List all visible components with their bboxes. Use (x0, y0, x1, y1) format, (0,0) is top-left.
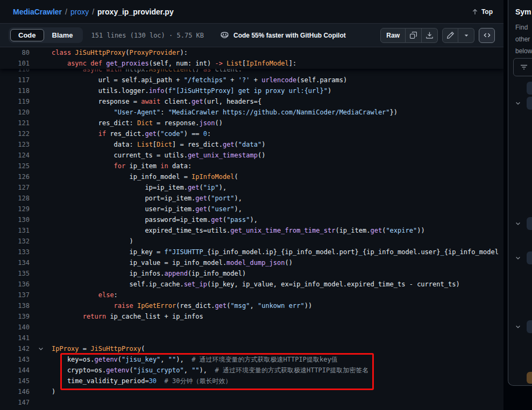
line-number[interactable]: 122 (0, 128, 30, 139)
download-button[interactable] (422, 28, 438, 43)
line-number[interactable]: 117 (0, 75, 30, 85)
gutter-spacer (30, 214, 52, 225)
chevron-down-icon[interactable] (515, 255, 521, 261)
chevron-down-icon[interactable] (515, 220, 521, 227)
line-number[interactable]: 139 (0, 311, 30, 322)
chevron-down-icon[interactable] (515, 323, 521, 330)
line-number[interactable]: 121 (0, 118, 30, 128)
breadcrumb-folder-link[interactable]: proxy (70, 8, 89, 16)
line-number[interactable]: 147 (0, 397, 30, 408)
code-text: expired_time_ts=utils.get_unix_time_from… (52, 225, 425, 236)
code-blame-toggle: Code Blame (9, 27, 83, 43)
code-line: 80class JiSuHttpProxy(ProxyProvider): (0, 47, 503, 58)
download-icon (425, 31, 434, 39)
code-text: if res_dict.get("code") == 0: (52, 128, 211, 139)
line-number[interactable]: 80 (0, 47, 30, 58)
code-text: ip_info_model = IpInfoModel( (52, 171, 238, 182)
line-number[interactable]: 129 (0, 204, 30, 214)
line-number[interactable]: 135 (0, 268, 30, 279)
line-number[interactable]: 137 (0, 290, 30, 300)
code-line: 139 return ip_cache_list + ip_infos (0, 311, 503, 322)
symbol-item[interactable] (527, 251, 532, 264)
line-number[interactable]: 136 (0, 279, 30, 290)
line-number[interactable]: 118 (0, 85, 30, 96)
code-text: else: (52, 290, 118, 300)
code-line: 132 ) (0, 236, 503, 247)
gutter-spacer (30, 354, 52, 365)
symbol-item[interactable] (527, 372, 532, 384)
gutter-spacer (30, 118, 52, 128)
code-line: 121 res_dict: Dict = response.json() (0, 118, 503, 128)
code-line: 134 ip_value = ip_info_model.model_dump_… (0, 257, 503, 268)
line-number[interactable]: 128 (0, 193, 30, 204)
gutter-spacer (30, 333, 52, 343)
edit-button[interactable] (442, 28, 458, 43)
code-viewer: 116 async with httpx.AsyncClient() as cl… (0, 47, 503, 410)
code-text: IpProxy = JiSuHttpProxy( (52, 343, 145, 354)
line-number[interactable]: 133 (0, 247, 30, 257)
line-number[interactable]: 134 (0, 257, 30, 268)
gutter-spacer (30, 311, 52, 322)
line-number[interactable]: 127 (0, 182, 30, 193)
symbol-item[interactable] (527, 320, 532, 333)
code-text: ) (52, 386, 55, 397)
symbol-item[interactable] (527, 217, 532, 230)
line-number[interactable]: 143 (0, 354, 30, 365)
gutter-spacer (30, 300, 52, 311)
line-number[interactable]: 101 (0, 58, 30, 69)
code-line: 127 ip=ip_item.get("ip"), (0, 182, 503, 193)
line-number[interactable]: 138 (0, 300, 30, 311)
toolbar-actions: Raw (380, 28, 495, 43)
line-number[interactable]: 125 (0, 161, 30, 171)
line-number[interactable]: 120 (0, 107, 30, 118)
collapse-chevron-icon[interactable] (30, 343, 52, 354)
code-text: res_dict: Dict = response.json() (52, 118, 223, 128)
gutter-spacer (30, 268, 52, 279)
copy-button[interactable] (406, 28, 422, 43)
top-label: Top (481, 8, 493, 16)
line-number[interactable]: 141 (0, 333, 30, 343)
tab-blame[interactable]: Blame (44, 29, 81, 41)
github-code-view: MediaCrawler / proxy / proxy_ip_provider… (0, 0, 532, 410)
gutter-spacer (30, 204, 52, 214)
gutter-spacer (30, 150, 52, 161)
symbol-item[interactable] (527, 97, 532, 110)
line-number[interactable]: 142 (0, 343, 30, 354)
line-number[interactable]: 119 (0, 96, 30, 107)
breadcrumb-repo-link[interactable]: MediaCrawler (13, 8, 62, 16)
line-number[interactable]: 145 (0, 376, 30, 386)
line-number[interactable]: 132 (0, 236, 30, 247)
code-text: current_ts = utils.get_unix_timestamp() (52, 150, 265, 161)
line-number[interactable]: 124 (0, 150, 30, 161)
code-line: 101 async def get_proxies(self, num: int… (0, 58, 503, 69)
gutter-spacer (30, 397, 52, 408)
line-number[interactable]: 144 (0, 365, 30, 376)
back-to-top-button[interactable]: Top (471, 8, 493, 16)
code-line: 129 user=ip_item.get("user"), (0, 204, 503, 214)
symbol-item[interactable] (527, 82, 532, 95)
tab-code[interactable]: Code (10, 29, 44, 41)
edit-dropdown-button[interactable] (458, 28, 474, 43)
line-number[interactable]: 130 (0, 214, 30, 225)
gutter-spacer (30, 139, 52, 150)
gutter-spacer (30, 85, 52, 96)
line-number[interactable]: 126 (0, 171, 30, 182)
raw-button[interactable]: Raw (380, 28, 406, 43)
gutter-spacer (30, 75, 52, 85)
line-number[interactable]: 123 (0, 139, 30, 150)
code-text: ip_value = ip_info_model.model_dump_json… (52, 257, 293, 268)
line-number[interactable]: 131 (0, 225, 30, 236)
code-text: "User-Agent": "MediaCrawler https://gith… (52, 107, 398, 118)
chevron-down-icon[interactable] (515, 100, 521, 106)
symbols-panel: Sym Find other below (508, 0, 532, 386)
symbols-panel-toggle[interactable] (479, 28, 495, 43)
code-line: 119 response = await client.get(url, hea… (0, 96, 503, 107)
code-text: user=ip_item.get("user"), (52, 204, 242, 214)
line-number[interactable]: 140 (0, 322, 30, 333)
symbols-filter-input[interactable] (513, 58, 532, 76)
line-number[interactable]: 146 (0, 386, 30, 397)
code-text: response = await client.get(url, headers… (52, 96, 261, 107)
raw-button-group: Raw (380, 28, 438, 43)
code-line: 120 "User-Agent": "MediaCrawler https://… (0, 107, 503, 118)
gutter-spacer (30, 279, 52, 290)
